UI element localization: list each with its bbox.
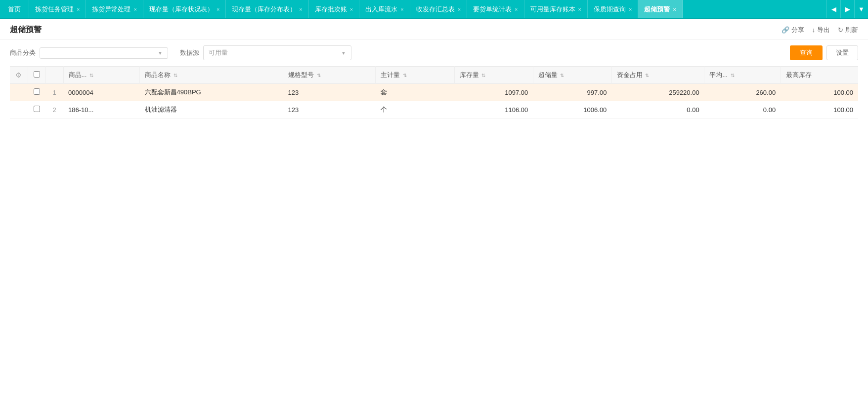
th-product-name[interactable]: 商品名称 ⇅ xyxy=(140,67,283,84)
close-tab-icon[interactable]: × xyxy=(629,6,632,12)
nav-tab-jianhuo-renwu[interactable]: 拣货任务管理 × xyxy=(29,0,86,19)
filter-actions: 查询 设置 xyxy=(790,45,858,60)
sort-icon: ⇅ xyxy=(317,73,321,78)
td-avg: 0.00 xyxy=(704,101,781,118)
page-header: 超储预警 🔗 分享 ↓ 导出 ↻ 刷新 xyxy=(0,19,868,40)
th-unit[interactable]: 主计量 ⇅ xyxy=(376,67,454,84)
td-spec: 123 xyxy=(283,101,376,118)
td-product-name: 六配套新昌490BPG xyxy=(140,84,283,101)
nav-arrows: ◀ ▶ ▼ xyxy=(826,0,868,19)
th-checkbox xyxy=(28,67,45,84)
th-product-code[interactable]: 商品... ⇅ xyxy=(63,67,140,84)
table-row: 1 0000004 六配套新昌490BPG 123 套 1097.00 997.… xyxy=(10,84,858,101)
th-index xyxy=(45,67,63,84)
td-spec: 123 xyxy=(283,84,376,101)
close-tab-icon[interactable]: × xyxy=(133,6,136,12)
table-header-row: ⚙ 商品... ⇅ 商品名称 ⇅ 规格型号 xyxy=(10,67,858,84)
refresh-icon: ↻ xyxy=(838,26,843,34)
sort-icon: ⇅ xyxy=(731,73,735,78)
td-avg: 260.00 xyxy=(704,84,781,101)
td-capital: 0.00 xyxy=(611,101,704,118)
th-spec[interactable]: 规格型号 ⇅ xyxy=(283,67,376,84)
td-stock: 1106.00 xyxy=(454,101,533,118)
share-button[interactable]: 🔗 分享 xyxy=(781,26,804,35)
category-select[interactable]: ▼ xyxy=(40,47,168,59)
gear-icon[interactable]: ⚙ xyxy=(15,71,22,79)
nav-tab-chaochuyujing[interactable]: 超储预警 × xyxy=(638,0,682,19)
table-wrap: ⚙ 商品... ⇅ 商品名称 ⇅ 规格型号 xyxy=(0,66,868,118)
nav-tab-xiancunliang-fenbiao[interactable]: 现存量（库存分布表） × xyxy=(226,0,308,19)
td-index: 1 xyxy=(45,84,63,101)
header-actions: 🔗 分享 ↓ 导出 ↻ 刷新 xyxy=(781,26,859,35)
td-max-stock: 100.00 xyxy=(781,84,858,101)
close-tab-icon[interactable]: × xyxy=(578,6,581,12)
page-title: 超储预警 xyxy=(10,25,42,35)
nav-tab-churuku-liushui[interactable]: 出入库流水 × xyxy=(359,0,410,19)
filter-row: 商品分类 ▼ 数据源 可用量 ▼ 查询 设置 xyxy=(0,40,868,66)
close-tab-icon[interactable]: × xyxy=(400,6,403,12)
th-stock[interactable]: 库存量 ⇅ xyxy=(454,67,533,84)
td-capital: 259220.00 xyxy=(611,84,704,101)
td-overstock: 997.00 xyxy=(533,84,611,101)
close-tab-icon[interactable]: × xyxy=(299,6,302,12)
nav-home[interactable]: 首页 xyxy=(0,0,29,19)
nav-tab-kucun-pici[interactable]: 库存批次账 × xyxy=(309,0,359,19)
sort-icon: ⇅ xyxy=(560,73,564,78)
chevron-down-icon: ▼ xyxy=(158,50,163,56)
top-navigation: 首页 拣货任务管理 × 拣货异常处理 × 现存量（库存状况表） × 现存量（库存… xyxy=(0,0,868,19)
td-settings xyxy=(10,84,28,101)
close-tab-icon[interactable]: × xyxy=(217,6,219,12)
nav-next-button[interactable]: ▶ xyxy=(840,0,854,19)
nav-tab-yaohuo-tongji[interactable]: 要货单统计表 × xyxy=(467,0,524,19)
td-stock: 1097.00 xyxy=(454,84,533,101)
th-settings: ⚙ xyxy=(10,67,28,84)
nav-tab-shofacun-huizong[interactable]: 收发存汇总表 × xyxy=(410,0,467,19)
datasource-filter: 数据源 可用量 ▼ xyxy=(180,45,351,60)
refresh-button[interactable]: ↻ 刷新 xyxy=(838,26,858,35)
td-index: 2 xyxy=(45,101,63,118)
td-product-name: 机油滤清器 xyxy=(140,101,283,118)
sort-icon: ⇅ xyxy=(403,73,407,78)
share-icon: 🔗 xyxy=(781,26,789,34)
category-filter: 商品分类 ▼ xyxy=(10,47,168,59)
query-button[interactable]: 查询 xyxy=(790,45,823,60)
chevron-down-icon: ▼ xyxy=(341,50,346,56)
row-checkbox[interactable] xyxy=(34,88,40,95)
td-product-code: 186-10... xyxy=(63,101,140,118)
td-product-code: 0000004 xyxy=(63,84,140,101)
th-avg[interactable]: 平均... ⇅ xyxy=(704,67,781,84)
nav-prev-button[interactable]: ◀ xyxy=(826,0,840,19)
td-unit: 套 xyxy=(376,84,454,101)
settings-button[interactable]: 设置 xyxy=(826,45,858,60)
category-label: 商品分类 xyxy=(10,48,36,57)
close-tab-icon[interactable]: × xyxy=(515,6,518,12)
select-all-checkbox[interactable] xyxy=(34,71,40,78)
td-unit: 个 xyxy=(376,101,454,118)
close-tab-icon[interactable]: × xyxy=(458,6,461,12)
nav-tab-jianhuo-yichang[interactable]: 拣货异常处理 × xyxy=(86,0,143,19)
data-table: ⚙ 商品... ⇅ 商品名称 ⇅ 规格型号 xyxy=(10,66,858,118)
nav-tab-keyongliang-zhangben[interactable]: 可用量库存账本 × xyxy=(524,0,588,19)
nav-tab-baozhi-chaxun[interactable]: 保质期查询 × xyxy=(588,0,638,19)
sort-icon: ⇅ xyxy=(174,73,177,78)
export-button[interactable]: ↓ 导出 xyxy=(812,26,830,35)
nav-tab-xiancunliang-kuanzhuang[interactable]: 现存量（库存状况表） × xyxy=(143,0,226,19)
close-tab-icon[interactable]: × xyxy=(350,6,353,12)
sort-icon: ⇅ xyxy=(89,73,93,78)
td-checkbox xyxy=(28,101,45,118)
th-overstock[interactable]: 超储量 ⇅ xyxy=(533,67,611,84)
sort-icon: ⇅ xyxy=(481,73,485,78)
nav-more-button[interactable]: ▼ xyxy=(854,0,868,19)
td-overstock: 1006.00 xyxy=(533,101,611,118)
th-capital[interactable]: 资金占用 ⇅ xyxy=(611,67,704,84)
td-settings xyxy=(10,101,28,118)
export-icon: ↓ xyxy=(812,26,816,34)
datasource-label: 数据源 xyxy=(180,48,199,57)
td-checkbox xyxy=(28,84,45,101)
th-max-stock[interactable]: 最高库存 xyxy=(781,67,858,84)
td-max-stock: 100.00 xyxy=(781,101,858,118)
row-checkbox[interactable] xyxy=(34,106,40,112)
close-tab-icon[interactable]: × xyxy=(673,6,676,12)
datasource-select[interactable]: 可用量 ▼ xyxy=(203,45,351,60)
close-tab-icon[interactable]: × xyxy=(77,6,80,12)
